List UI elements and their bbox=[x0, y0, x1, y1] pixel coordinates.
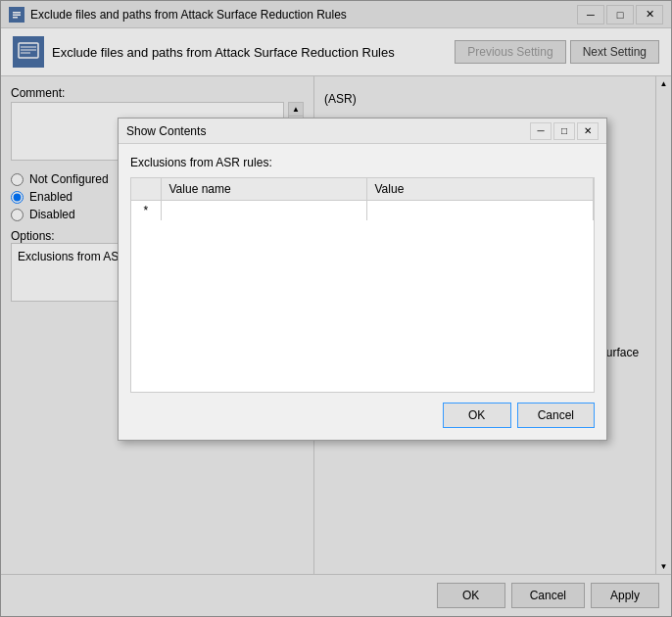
row-value bbox=[366, 201, 594, 221]
dialog-minimize-button[interactable]: ─ bbox=[530, 122, 552, 140]
dialog-title-bar: Show Contents ─ □ ✕ bbox=[119, 119, 606, 144]
data-table: Value name Value * bbox=[131, 178, 594, 220]
dialog-close-button[interactable]: ✕ bbox=[577, 122, 599, 140]
row-value-name bbox=[161, 201, 366, 221]
dialog-ok-button[interactable]: OK bbox=[443, 403, 511, 428]
dialog-cancel-button[interactable]: Cancel bbox=[517, 403, 595, 428]
show-contents-dialog: Show Contents ─ □ ✕ Exclusions from ASR … bbox=[118, 118, 607, 441]
dialog-buttons: OK Cancel bbox=[130, 403, 595, 428]
table-header-row: Value name Value bbox=[131, 178, 594, 201]
col-header-value-name: Value name bbox=[161, 178, 366, 201]
table-container: Value name Value * bbox=[130, 177, 595, 393]
row-indicator: * bbox=[131, 201, 161, 221]
dialog-title: Show Contents bbox=[126, 124, 530, 138]
table-row: * bbox=[131, 201, 594, 221]
dialog-controls: ─ □ ✕ bbox=[530, 122, 599, 140]
modal-overlay: Show Contents ─ □ ✕ Exclusions from ASR … bbox=[0, 0, 672, 617]
dialog-subtitle: Exclusions from ASR rules: bbox=[130, 156, 595, 169]
col-header-value: Value bbox=[366, 178, 594, 201]
dialog-content: Exclusions from ASR rules: Value name Va… bbox=[119, 144, 606, 440]
dialog-maximize-button[interactable]: □ bbox=[553, 122, 575, 140]
col-header-indicator bbox=[131, 178, 161, 201]
